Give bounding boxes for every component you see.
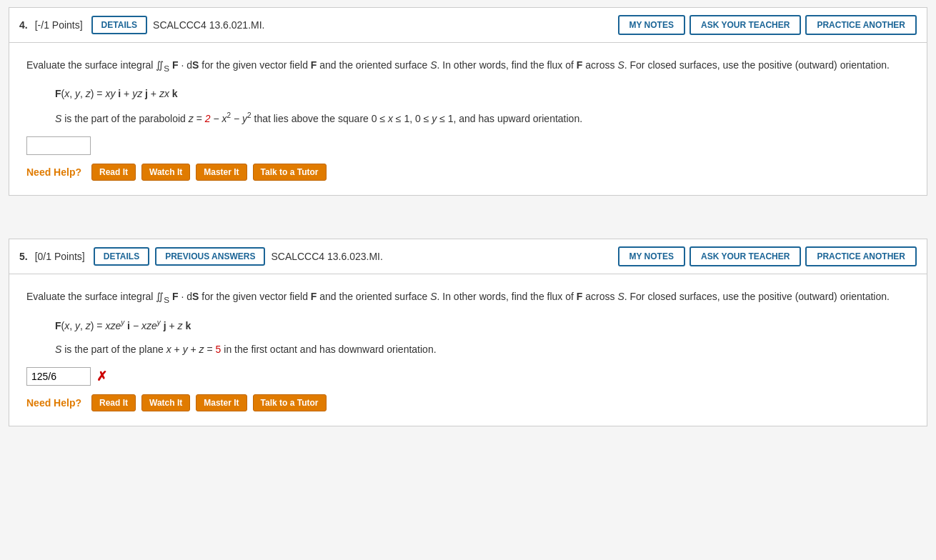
question-5-surface: S is the part of the plane x + y + z = 5… xyxy=(55,341,910,359)
question-4-my-notes-button[interactable]: MY NOTES xyxy=(618,15,685,35)
question-5-code: SCALCCC4 13.6.023.MI. xyxy=(271,251,617,262)
question-4-need-help-label: Need Help? xyxy=(26,166,81,178)
question-4-field: F(x, y, z) = xy i + yz j + zx k xyxy=(55,85,910,103)
question-4-answer-input[interactable] xyxy=(26,136,91,155)
question-5-answer-input[interactable] xyxy=(26,367,91,386)
question-4-practice-button[interactable]: PRACTICE ANOTHER xyxy=(805,15,917,35)
question-5-practice-button[interactable]: PRACTICE ANOTHER xyxy=(805,246,917,266)
question-5-number: 5. xyxy=(19,251,28,262)
question-5-my-notes-button[interactable]: MY NOTES xyxy=(618,246,685,266)
question-4-number: 4. xyxy=(19,19,28,31)
question-5-header-buttons: MY NOTES ASK YOUR TEACHER PRACTICE ANOTH… xyxy=(618,246,917,266)
question-5-ask-teacher-button[interactable]: ASK YOUR TEACHER xyxy=(689,246,801,266)
question-5-header: 5. [0/1 Points] DETAILS PREVIOUS ANSWERS… xyxy=(9,239,927,274)
question-4-need-help-row: Need Help? Read It Watch It Master It Ta… xyxy=(26,164,910,181)
question-4: 4. [-/1 Points] DETAILS SCALCCC4 13.6.02… xyxy=(9,7,927,196)
question-4-details-button[interactable]: DETAILS xyxy=(91,16,147,34)
question-4-talk-tutor-button[interactable]: Talk to a Tutor xyxy=(253,164,327,181)
question-4-master-it-button[interactable]: Master It xyxy=(196,164,247,181)
question-5-watch-it-button[interactable]: Watch It xyxy=(141,394,190,411)
spacer xyxy=(0,203,936,217)
question-4-points: [-/1 Points] xyxy=(35,19,83,31)
question-4-read-it-button[interactable]: Read It xyxy=(91,164,136,181)
question-5-talk-tutor-button[interactable]: Talk to a Tutor xyxy=(253,394,327,411)
question-5-need-help-label: Need Help? xyxy=(26,397,81,409)
question-5-body: Evaluate the surface integral ∬S F · dS … xyxy=(9,274,927,426)
question-4-surface: S is the part of the paraboloid z = 2 − … xyxy=(55,109,910,128)
question-5-prev-answers-button[interactable]: PREVIOUS ANSWERS xyxy=(155,247,265,266)
question-4-text: Evaluate the surface integral ∬S F · dS … xyxy=(26,57,910,75)
question-5-answer-row: ✗ xyxy=(26,367,910,386)
question-4-watch-it-button[interactable]: Watch It xyxy=(141,164,190,181)
spacer2 xyxy=(0,217,936,231)
question-4-ask-teacher-button[interactable]: ASK YOUR TEACHER xyxy=(689,15,801,35)
question-5-text: Evaluate the surface integral ∬S F · dS … xyxy=(26,289,910,306)
question-4-header-buttons: MY NOTES ASK YOUR TEACHER PRACTICE ANOTH… xyxy=(618,15,917,35)
question-5-points: [0/1 Points] xyxy=(35,251,85,262)
question-4-code: SCALCCC4 13.6.021.MI. xyxy=(153,19,617,31)
question-5-wrong-icon: ✗ xyxy=(96,369,107,384)
question-4-body: Evaluate the surface integral ∬S F · dS … xyxy=(9,43,927,195)
question-5-field: F(x, y, z) = xzey i − xzey j + z k xyxy=(55,316,910,335)
question-5: 5. [0/1 Points] DETAILS PREVIOUS ANSWERS… xyxy=(9,239,927,427)
question-5-read-it-button[interactable]: Read It xyxy=(91,394,136,411)
question-5-master-it-button[interactable]: Master It xyxy=(196,394,247,411)
question-5-need-help-row: Need Help? Read It Watch It Master It Ta… xyxy=(26,394,910,411)
question-4-header: 4. [-/1 Points] DETAILS SCALCCC4 13.6.02… xyxy=(9,8,927,43)
question-5-details-button[interactable]: DETAILS xyxy=(94,247,149,266)
